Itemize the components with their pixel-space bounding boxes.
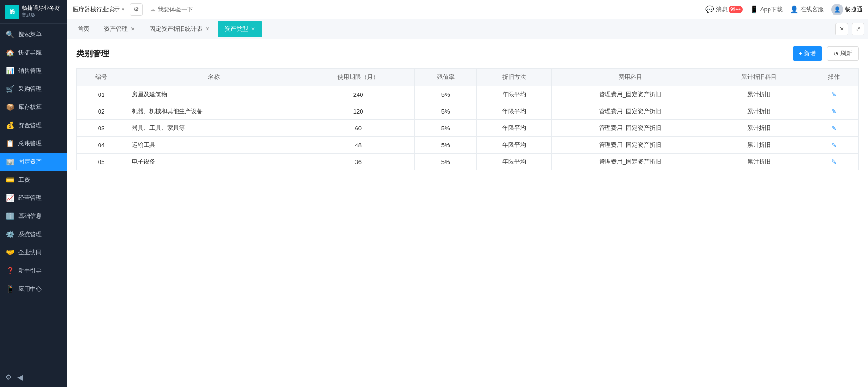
sidebar-item-purchase[interactable]: 🛒 采购管理	[0, 80, 67, 98]
column-header: 使用期限（月）	[302, 69, 415, 86]
tab-close-icon[interactable]: ✕	[251, 26, 255, 32]
tab-asset-type[interactable]: 资产类型✕	[218, 21, 262, 37]
sidebar-item-label: 经营管理	[18, 194, 42, 202]
cell-salvage: 5%	[415, 120, 477, 137]
sidebar-item-app-center[interactable]: 📱 应用中心	[0, 280, 67, 298]
cell-accumulated: 累计折旧	[709, 103, 809, 120]
purchase-icon: 🛒	[5, 84, 15, 94]
tab-close-icon[interactable]: ✕	[205, 26, 210, 32]
cell-accumulated: 累计折旧	[709, 120, 809, 137]
cell-salvage: 5%	[415, 154, 477, 170]
logo-icon: 畅	[5, 5, 19, 19]
sidebar-nav: 🔍 搜索菜单 🏠 快捷导航 📊 销售管理 🛒 采购管理 📦 库存核算 💰 资金管…	[0, 24, 67, 367]
tab-label: 资产管理	[104, 25, 128, 33]
cell-expense: 管理费用_固定资产折旧	[551, 103, 709, 120]
refresh-label: 刷新	[840, 50, 852, 58]
experience-label: 我要体验一下	[158, 5, 193, 14]
table-row: 03器具、工具、家具等605%年限平均管理费用_固定资产折旧累计折旧✎	[77, 120, 859, 137]
table-row: 04运输工具485%年限平均管理费用_固定资产折旧累计折旧✎	[77, 137, 859, 154]
tab-label: 固定资产折旧统计表	[149, 25, 203, 33]
cell-code: 05	[77, 154, 126, 170]
refresh-button[interactable]: ↺ 刷新	[827, 46, 859, 61]
cell-method: 年限平均	[477, 103, 552, 120]
cell-period: 120	[302, 103, 415, 120]
sidebar-item-salary[interactable]: 💳 工资	[0, 171, 67, 189]
sidebar-item-guide[interactable]: ❓ 新手引导	[0, 262, 67, 280]
cell-edit[interactable]: ✎	[809, 154, 858, 170]
customer-service-action[interactable]: 👤 在线客服	[790, 5, 824, 14]
sidebar-item-label: 基础信息	[18, 212, 42, 220]
cell-salvage: 5%	[415, 103, 477, 120]
new-button[interactable]: + 新增	[793, 46, 822, 61]
cell-method: 年限平均	[477, 154, 552, 170]
experience-button[interactable]: ☁ 我要体验一下	[150, 5, 193, 14]
sidebar-item-inventory[interactable]: 📦 库存核算	[0, 98, 67, 116]
tab-label: 资产类型	[224, 25, 248, 33]
cell-edit[interactable]: ✎	[809, 120, 858, 137]
sidebar-item-search[interactable]: 🔍 搜索菜单	[0, 25, 67, 44]
cell-code: 02	[77, 103, 126, 120]
tab-depreciation-report[interactable]: 固定资产折旧统计表✕	[143, 21, 217, 37]
edit-icon[interactable]: ✎	[831, 108, 837, 115]
tab-asset-management[interactable]: 资产管理✕	[97, 21, 142, 37]
cooperation-icon: 🤝	[5, 248, 15, 257]
table-row: 02机器、机械和其他生产设备1205%年限平均管理费用_固定资产折旧累计折旧✎	[77, 103, 859, 120]
topbar-settings-button[interactable]: ⚙	[130, 3, 143, 16]
company-chevron-icon: ▾	[122, 6, 124, 12]
cell-edit[interactable]: ✎	[809, 86, 858, 103]
edit-icon[interactable]: ✎	[831, 124, 837, 132]
sidebar-item-shortcut[interactable]: 🏠 快捷导航	[0, 44, 67, 62]
sidebar-item-cooperation[interactable]: 🤝 企业协同	[0, 243, 67, 262]
cell-edit[interactable]: ✎	[809, 137, 858, 154]
close-tab-button[interactable]: ✕	[835, 23, 848, 35]
company-selector[interactable]: 医疗器械行业演示 ▾	[73, 5, 124, 14]
cell-accumulated: 累计折旧	[709, 86, 809, 103]
expand-tab-button[interactable]: ⤢	[852, 23, 864, 35]
cell-edit[interactable]: ✎	[809, 103, 858, 120]
customer-service-icon: 👤	[790, 5, 799, 14]
content-header: 类别管理 + 新增 ↺ 刷新	[76, 46, 859, 61]
capital-icon: 💰	[5, 121, 15, 130]
cell-name: 机器、机械和其他生产设备	[126, 103, 302, 120]
cell-name: 运输工具	[126, 137, 302, 154]
sidebar-item-sales[interactable]: 📊 销售管理	[0, 62, 67, 80]
app-download-action[interactable]: 📱 App下载	[750, 5, 783, 14]
edit-icon[interactable]: ✎	[831, 91, 837, 98]
column-header: 折旧方法	[477, 69, 552, 86]
sidebar-item-operations[interactable]: 📈 经营管理	[0, 189, 67, 207]
cell-code: 01	[77, 86, 126, 103]
sidebar-item-fixed-assets[interactable]: 🏢 固定资产	[0, 153, 67, 171]
logo-sub: 普及版	[22, 12, 60, 18]
cell-name: 器具、工具、家具等	[126, 120, 302, 137]
sidebar-item-label: 采购管理	[18, 85, 42, 93]
message-badge: 99+	[729, 6, 743, 13]
edit-icon[interactable]: ✎	[831, 141, 837, 149]
sidebar-item-ledger[interactable]: 📋 总账管理	[0, 134, 67, 153]
sidebar-item-basic-info[interactable]: ℹ️ 基础信息	[0, 207, 67, 225]
column-header: 残值率	[415, 69, 477, 86]
user-menu[interactable]: 👤 畅捷通	[831, 4, 863, 15]
salary-icon: 💳	[5, 175, 15, 184]
cell-expense: 管理费用_固定资产折旧	[551, 137, 709, 154]
table-row: 01房屋及建筑物2405%年限平均管理费用_固定资产折旧累计折旧✎	[77, 86, 859, 103]
sidebar-item-label: 固定资产	[18, 158, 42, 166]
cell-expense: 管理费用_固定资产折旧	[551, 154, 709, 170]
cell-expense: 管理费用_固定资产折旧	[551, 120, 709, 137]
avatar: 👤	[831, 4, 843, 15]
message-action[interactable]: 💬 消息 99+	[705, 5, 743, 14]
tab-close-icon[interactable]: ✕	[130, 26, 135, 32]
collapse-icon[interactable]: ◀	[17, 373, 23, 382]
sidebar-item-label: 企业协同	[18, 248, 42, 257]
basic-info-icon: ℹ️	[5, 212, 15, 221]
new-button-label: + 新增	[799, 50, 816, 58]
tab-home[interactable]: 首页	[71, 21, 96, 37]
refresh-icon: ↺	[833, 50, 838, 57]
edit-icon[interactable]: ✎	[831, 158, 837, 165]
cell-salvage: 5%	[415, 137, 477, 154]
settings-footer-icon[interactable]: ⚙	[5, 373, 12, 382]
sidebar-item-system[interactable]: ⚙️ 系统管理	[0, 225, 67, 243]
sidebar-item-capital[interactable]: 💰 资金管理	[0, 116, 67, 134]
cell-code: 03	[77, 120, 126, 137]
sidebar-item-label: 资金管理	[18, 121, 42, 129]
cell-accumulated: 累计折旧	[709, 137, 809, 154]
